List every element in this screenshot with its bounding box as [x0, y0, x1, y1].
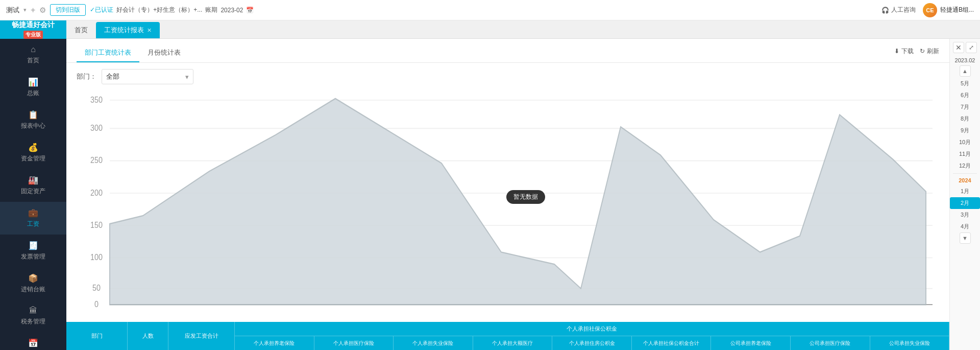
- panel-month-may[interactable]: 5月: [950, 78, 980, 89]
- assets-icon: 🏭: [28, 175, 38, 185]
- sidebar-item-home[interactable]: ⌂ 首页: [0, 39, 66, 71]
- filter-bar: 部门： 全部 ▾: [66, 63, 949, 90]
- refresh-btn[interactable]: ↻ 刷新: [920, 47, 939, 56]
- service-btn[interactable]: 🎧 人工咨询: [881, 6, 916, 14]
- sub-tab-dept[interactable]: 部门工资统计表: [77, 44, 139, 62]
- svg-text:200: 200: [90, 188, 103, 197]
- header-tags: ✓已认证 好会计（专）+好生意（标）+... 账期 2023-02 📅: [90, 6, 254, 14]
- tax-icon: 🏛: [29, 306, 37, 315]
- content-area: 首页 工资统计报表 ✕ 部门工资统计表: [66, 20, 980, 350]
- sidebar-item-close[interactable]: 📅 结账: [0, 332, 66, 350]
- settings-icon[interactable]: ⚙: [39, 6, 46, 15]
- group-cols: 个人承担养老保险 个人承担医疗保险 个人承担失业保险 个人承担大额医疗: [235, 336, 949, 350]
- close-panel-btn[interactable]: ✕: [953, 42, 964, 53]
- col-group-personal: 个人承担社保公积金 个人承担养老保险 个人承担医疗保险 个人承担失业保险: [235, 322, 949, 350]
- switch-to-old-btn[interactable]: 切到旧版: [50, 4, 86, 16]
- dept-select[interactable]: 全部 ▾: [102, 69, 193, 84]
- sub-tab-bar: 部门工资统计表 月份统计表 ⬇ 下载 ↻: [66, 39, 949, 63]
- panel-nav-down[interactable]: ▼: [960, 232, 971, 244]
- top-header: 测试 ▾ + ⚙ 切到旧版 ✓已认证 好会计（专）+好生意（标）+... 账期 …: [0, 0, 980, 20]
- user-info[interactable]: CE 轻捷通B组...: [923, 3, 974, 17]
- tab-close-icon[interactable]: ✕: [147, 27, 152, 34]
- tab-bar: 首页 工资统计报表 ✕: [66, 20, 980, 39]
- col-company-unemployment: 公司承担失业保险: [870, 336, 949, 350]
- table-header: 部门 人数 应发工资合计 个人承担社保公积金 个人承担养老保: [66, 322, 949, 350]
- logo-sub: 专业版: [23, 31, 43, 39]
- col-total-salary: 应发工资合计: [168, 322, 235, 350]
- sidebar: 畅捷通好会计 专业版 ⌂ 首页 📊 总账 📋 报表中心 💰 资金管理 🏭 固定资…: [0, 20, 66, 350]
- sidebar-item-invoice[interactable]: 🧾 发票管理: [0, 235, 66, 267]
- panel-nav-up[interactable]: ▲: [960, 65, 971, 77]
- main-inner: 部门工资统计表 月份统计表 ⬇ 下载 ↻: [66, 39, 949, 350]
- panel-month-sep[interactable]: 9月: [950, 125, 980, 136]
- header-right: 🎧 人工咨询 CE 轻捷通B组...: [881, 3, 974, 17]
- filter-label: 部门：: [77, 72, 96, 81]
- calendar-icon[interactable]: 📅: [246, 7, 254, 14]
- panel-month-jan[interactable]: 1月: [950, 185, 980, 197]
- user-name: 轻捷通B组...: [940, 6, 974, 14]
- sidebar-item-assets[interactable]: 🏭 固定资产: [0, 169, 66, 202]
- sub-tab-actions: ⬇ 下载 ↻ 刷新: [894, 47, 939, 60]
- svg-text:0: 0: [94, 299, 99, 309]
- sidebar-item-ledger[interactable]: 📊 总账: [0, 71, 66, 104]
- refresh-icon: ↻: [920, 48, 925, 55]
- chart-tooltip: 暂无数据: [506, 190, 545, 204]
- panel-month-apr[interactable]: 4月: [950, 221, 980, 232]
- sidebar-label-salary: 工资: [27, 220, 39, 228]
- dept-select-value: 全部: [106, 72, 119, 81]
- panel-month-nov[interactable]: 11月: [950, 148, 980, 160]
- expand-panel-btn[interactable]: ⤢: [966, 42, 977, 53]
- col-company-medical: 公司承担医疗保险: [791, 336, 870, 350]
- svg-text:100: 100: [90, 252, 103, 262]
- col-personal-medical: 个人承担医疗保险: [314, 336, 394, 350]
- inner-content: 部门工资统计表 月份统计表 ⬇ 下载 ↻: [66, 39, 980, 350]
- svg-text:50: 50: [92, 283, 101, 293]
- panel-month-dec[interactable]: 12月: [950, 160, 980, 172]
- sidebar-label-tax: 税务管理: [21, 317, 45, 326]
- tags-info: 好会计（专）+好生意（标）+...: [116, 6, 202, 14]
- chart-area: 350 300 250 200 150 100 50 0: [66, 90, 949, 322]
- service-label: 人工咨询: [891, 6, 916, 14]
- sales-icon: 📦: [28, 273, 38, 283]
- tab-salary-report[interactable]: 工资统计报表 ✕: [96, 22, 160, 38]
- panel-divider: [953, 173, 977, 174]
- sidebar-label-sales: 进销台账: [21, 285, 45, 294]
- col-personal-total: 个人承担社保公积金合计: [632, 336, 712, 350]
- period-label: 账期: [205, 6, 217, 14]
- panel-month-feb[interactable]: 2月: [950, 197, 980, 209]
- panel-top-btns: ✕ ⤢: [953, 42, 977, 55]
- logo-main: 畅捷通好会计: [12, 20, 55, 30]
- panel-month-mar[interactable]: 3月: [950, 209, 980, 221]
- download-btn[interactable]: ⬇ 下载: [894, 47, 914, 56]
- select-chevron-icon: ▾: [185, 73, 189, 81]
- tab-dropdown-icon[interactable]: ▾: [23, 7, 27, 13]
- sub-tabs: 部门工资统计表 月份统计表: [77, 44, 189, 62]
- sidebar-item-salary[interactable]: 💼 工资: [0, 202, 66, 235]
- page-content: 部门工资统计表 月份统计表 ⬇ 下载 ↻: [66, 39, 949, 350]
- sidebar-label-home: 首页: [27, 56, 39, 65]
- certified-tag: ✓已认证: [90, 6, 113, 14]
- panel-month-jul[interactable]: 7月: [950, 101, 980, 113]
- current-tab-label: 测试: [6, 6, 19, 15]
- sidebar-item-reports[interactable]: 📋 报表中心: [0, 104, 66, 136]
- col-dept: 部门: [66, 322, 128, 350]
- sidebar-item-sales[interactable]: 📦 进销台账: [0, 267, 66, 300]
- add-icon[interactable]: +: [31, 6, 35, 15]
- funds-icon: 💰: [28, 143, 38, 152]
- panel-month-oct[interactable]: 10月: [950, 136, 980, 148]
- ledger-icon: 📊: [28, 77, 38, 87]
- panel-month-aug[interactable]: 8月: [950, 113, 980, 125]
- tab-home[interactable]: 首页: [66, 22, 96, 38]
- sidebar-label-reports: 报表中心: [21, 122, 45, 130]
- sidebar-label-funds: 资金管理: [21, 154, 45, 163]
- svg-text:300: 300: [90, 123, 103, 133]
- tab-salary-report-label: 工资统计报表: [104, 26, 144, 35]
- panel-year-2023: 2023.02: [955, 57, 975, 63]
- close-period-icon: 📅: [28, 338, 38, 348]
- sidebar-item-tax[interactable]: 🏛 税务管理: [0, 300, 66, 332]
- sub-tab-month[interactable]: 月份统计表: [139, 44, 189, 62]
- logo: 畅捷通好会计 专业版: [0, 20, 66, 39]
- col-personal-housing: 个人承担住房公积金: [552, 336, 632, 350]
- sidebar-item-funds[interactable]: 💰 资金管理: [0, 136, 66, 169]
- panel-month-jun[interactable]: 6月: [950, 89, 980, 101]
